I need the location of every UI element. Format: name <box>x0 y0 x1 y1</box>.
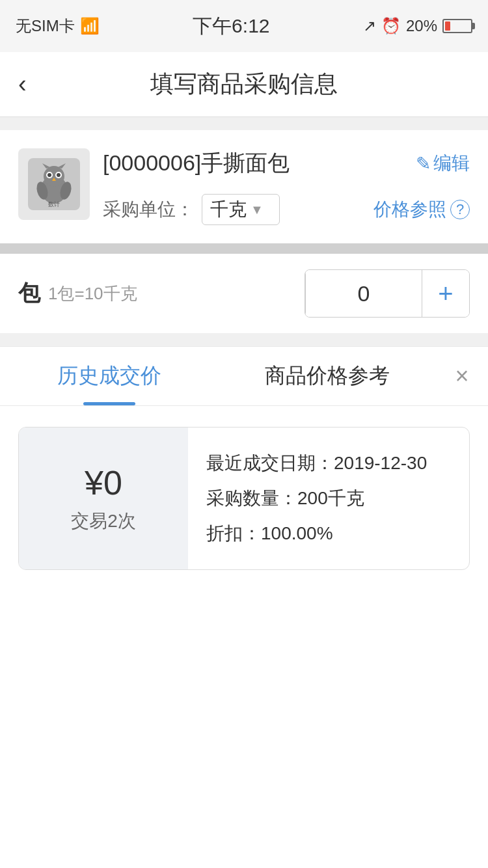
quantity-increase-button[interactable]: + <box>422 270 469 317</box>
quantity-conversion: 1包=10千克 <box>48 282 137 305</box>
quantity-unit: 包 <box>18 278 40 308</box>
purchase-qty-label: 采购数量： <box>206 488 297 508</box>
edit-button[interactable]: ✎ 编辑 <box>416 151 470 176</box>
recent-date-row: 最近成交日期：2019-12-30 <box>206 451 451 476</box>
wifi-icon: 📶 <box>80 17 100 35</box>
dropdown-arrow-icon: ▼ <box>251 202 264 217</box>
tabs-close-button[interactable]: × <box>436 347 488 405</box>
price-amount: ¥0 <box>85 463 122 502</box>
alarm-icon: ⏰ <box>381 17 401 35</box>
price-value: 0 <box>103 464 122 502</box>
svg-text:数计: 数计 <box>48 201 60 208</box>
purchase-qty-row: 采购数量：200千克 <box>206 486 451 511</box>
tabs-header: 历史成交价 商品价格参考 × <box>0 347 488 406</box>
price-ref-label: 价格参照 <box>373 197 446 222</box>
discount-value: 100.00% <box>261 523 333 543</box>
purchase-unit-label: 采购单位： <box>103 197 194 222</box>
product-thumbnail: 数计 <box>28 158 80 210</box>
price-reference-button[interactable]: 价格参照 ? <box>373 197 470 222</box>
svg-point-5 <box>47 173 51 177</box>
back-button[interactable]: ‹ <box>18 70 27 98</box>
edit-icon: ✎ <box>416 153 431 174</box>
carrier-text: 无SIM卡 <box>16 16 75 36</box>
product-card: 数计 [0000006]手撕面包 ✎ 编辑 采购单位： 千克 ▼ 价格参照 ? <box>0 130 488 243</box>
discount-row: 折扣：100.00% <box>206 521 451 546</box>
price-right-panel: 最近成交日期：2019-12-30 采购数量：200千克 折扣：100.00% <box>188 427 469 569</box>
tabs-panel: 历史成交价 商品价格参考 × ¥0 交易2次 最近成交日期：2019-12-30… <box>0 346 488 591</box>
product-info: [0000006]手撕面包 ✎ 编辑 采购单位： 千克 ▼ 价格参照 ? <box>103 148 470 225</box>
status-bar: 无SIM卡 📶 下午6:12 ↗ ⏰ 20% <box>0 0 488 52</box>
tab-product-label: 商品价格参考 <box>265 362 390 390</box>
bottom-space <box>0 591 488 868</box>
location-icon: ↗ <box>363 17 376 35</box>
tab-content-history: ¥0 交易2次 最近成交日期：2019-12-30 采购数量：200千克 折扣：… <box>0 406 488 591</box>
status-carrier: 无SIM卡 📶 <box>16 16 100 36</box>
quantity-input[interactable]: 0 <box>305 270 422 317</box>
battery-percent: 20% <box>406 17 437 35</box>
discount-label: 折扣： <box>206 523 261 543</box>
svg-point-6 <box>57 173 61 177</box>
recent-date-label: 最近成交日期： <box>206 453 334 473</box>
purchase-qty-value: 200千克 <box>297 488 364 508</box>
unit-value: 千克 <box>210 197 247 222</box>
trade-count: 交易2次 <box>71 509 136 534</box>
quantity-row: 包 1包=10千克 0 + <box>0 254 488 333</box>
unit-select[interactable]: 千克 ▼ <box>202 194 280 225</box>
tab-active-indicator <box>83 402 135 405</box>
battery-icon <box>442 19 472 33</box>
price-card: ¥0 交易2次 最近成交日期：2019-12-30 采购数量：200千克 折扣：… <box>18 427 470 570</box>
tab-history-label: 历史成交价 <box>57 362 161 390</box>
quantity-control: 0 + <box>305 269 470 318</box>
currency-symbol: ¥ <box>85 464 103 502</box>
status-right: ↗ ⏰ 20% <box>363 17 472 35</box>
price-left-panel: ¥0 交易2次 <box>19 427 188 569</box>
tab-product-price-ref[interactable]: 商品价格参考 <box>218 347 436 405</box>
recent-date-value: 2019-12-30 <box>334 453 427 473</box>
product-image: 数计 <box>18 148 90 220</box>
nav-bar: ‹ 填写商品采购信息 <box>0 52 488 117</box>
status-time: 下午6:12 <box>193 13 269 40</box>
section-divider <box>0 243 488 254</box>
tab-history-price[interactable]: 历史成交价 <box>0 347 218 405</box>
help-icon: ? <box>450 200 470 219</box>
page-title: 填写商品采购信息 <box>150 68 338 100</box>
product-name: [0000006]手撕面包 <box>103 148 290 178</box>
edit-label: 编辑 <box>433 151 470 176</box>
